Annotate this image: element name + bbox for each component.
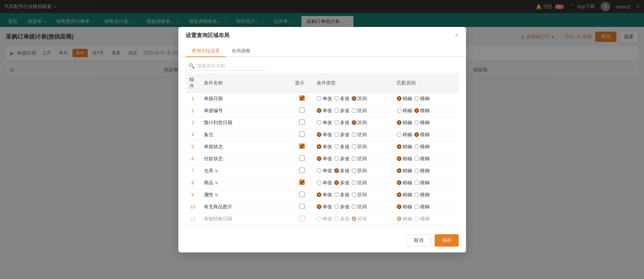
match-radio-item[interactable]: 模糊 <box>414 131 430 138</box>
match-radio[interactable] <box>397 108 402 113</box>
type-radio-item[interactable]: 区间 <box>352 95 367 102</box>
type-radio[interactable] <box>352 216 356 221</box>
type-radio[interactable] <box>334 204 339 209</box>
match-radio[interactable] <box>414 108 419 113</box>
type-radio-item[interactable]: 单值 <box>317 131 332 138</box>
type-radio-item[interactable]: 多值 <box>334 180 349 186</box>
type-radio[interactable] <box>352 180 356 185</box>
type-radio-item[interactable]: 多值 <box>334 204 349 210</box>
match-radio-item[interactable]: 精确 <box>397 204 412 210</box>
type-radio[interactable] <box>352 144 356 149</box>
type-radio[interactable] <box>334 180 339 185</box>
match-radio-item[interactable]: 模糊 <box>414 95 430 102</box>
type-radio-item[interactable]: 多值 <box>334 119 349 126</box>
type-radio-item[interactable]: 区间 <box>352 168 367 174</box>
match-radio-item[interactable]: 模糊 <box>414 192 430 198</box>
type-radio[interactable] <box>317 108 321 113</box>
type-radio-item[interactable]: 多值 <box>334 107 349 114</box>
match-radio[interactable] <box>397 132 402 137</box>
type-radio-item[interactable]: 单值 <box>317 144 332 150</box>
type-radio[interactable] <box>334 216 339 221</box>
type-radio[interactable] <box>352 120 356 125</box>
match-radio-item[interactable]: 精确 <box>397 216 412 222</box>
cancel-button[interactable]: 取消 <box>406 234 431 247</box>
match-radio[interactable] <box>414 156 419 161</box>
match-radio-item[interactable]: 精确 <box>397 95 412 102</box>
type-radio-item[interactable]: 区间 <box>352 192 367 198</box>
type-radio-item[interactable]: 区间 <box>352 131 367 138</box>
type-radio[interactable] <box>317 144 321 149</box>
type-radio-item[interactable]: 区间 <box>352 107 367 114</box>
match-radio-item[interactable]: 精确 <box>397 168 412 174</box>
match-radio-item[interactable]: 模糊 <box>414 168 430 174</box>
show-checkbox[interactable] <box>299 131 305 137</box>
type-radio-item[interactable]: 单值 <box>317 107 332 114</box>
type-radio-item[interactable]: 多值 <box>334 144 349 150</box>
type-radio-item[interactable]: 多值 <box>334 131 349 138</box>
show-checkbox[interactable] <box>299 119 305 125</box>
type-radio-item[interactable]: 区间 <box>352 156 367 162</box>
type-radio[interactable] <box>334 96 339 101</box>
match-radio-item[interactable]: 模糊 <box>414 156 430 162</box>
type-radio[interactable] <box>352 96 356 101</box>
match-radio[interactable] <box>397 168 402 173</box>
show-checkbox[interactable] <box>299 144 305 149</box>
type-radio[interactable] <box>352 108 356 113</box>
type-radio-item[interactable]: 区间 <box>352 180 367 186</box>
type-radio[interactable] <box>317 132 321 137</box>
match-radio[interactable] <box>414 96 419 101</box>
type-radio-item[interactable]: 单值 <box>317 204 332 210</box>
type-radio[interactable] <box>317 120 321 125</box>
match-radio[interactable] <box>397 216 402 221</box>
type-radio[interactable] <box>334 192 339 197</box>
type-radio-item[interactable]: 多值 <box>334 95 349 102</box>
type-radio-item[interactable]: 多值 <box>334 156 349 162</box>
modal-close-button[interactable]: × <box>455 32 459 39</box>
match-radio[interactable] <box>414 204 419 209</box>
type-radio-item[interactable]: 单值 <box>317 156 332 162</box>
match-radio-item[interactable]: 模糊 <box>414 107 430 114</box>
type-radio-item[interactable]: 多值 <box>334 192 349 198</box>
type-radio-item[interactable]: 单值 <box>317 216 332 222</box>
match-radio-item[interactable]: 模糊 <box>414 180 430 186</box>
type-radio-item[interactable]: 单值 <box>317 192 332 198</box>
match-radio[interactable] <box>414 192 419 197</box>
match-radio-item[interactable]: 精确 <box>397 119 412 126</box>
type-radio-item[interactable]: 区间 <box>352 144 367 150</box>
type-radio[interactable] <box>352 132 356 137</box>
type-radio[interactable] <box>334 132 339 137</box>
type-radio-item[interactable]: 区间 <box>352 119 367 126</box>
type-radio-item[interactable]: 区间 <box>352 204 367 210</box>
modal-tab-query-fields[interactable]: 查询字段设置 <box>186 46 226 57</box>
type-radio-item[interactable]: 多值 <box>334 216 349 222</box>
match-radio-item[interactable]: 精确 <box>397 192 412 198</box>
match-radio[interactable] <box>397 144 402 149</box>
match-radio-item[interactable]: 模糊 <box>414 119 430 126</box>
type-radio-item[interactable]: 单值 <box>317 119 332 126</box>
type-radio[interactable] <box>317 180 321 185</box>
match-radio-item[interactable]: 模糊 <box>414 216 430 222</box>
show-checkbox[interactable] <box>299 95 305 101</box>
type-radio[interactable] <box>334 156 339 161</box>
show-checkbox[interactable] <box>299 216 305 221</box>
match-radio[interactable] <box>414 132 419 137</box>
type-radio[interactable] <box>317 204 321 209</box>
type-radio[interactable] <box>352 204 356 209</box>
type-radio[interactable] <box>317 192 321 197</box>
type-radio-item[interactable]: 区间 <box>352 216 367 222</box>
save-button[interactable]: 保存 <box>435 234 459 247</box>
match-radio[interactable] <box>414 144 419 149</box>
type-radio-item[interactable]: 单值 <box>317 95 332 102</box>
type-radio-item[interactable]: 多值 <box>334 168 349 174</box>
type-radio[interactable] <box>334 120 339 125</box>
match-radio-item[interactable]: 精确 <box>397 156 412 162</box>
match-radio[interactable] <box>397 96 402 101</box>
type-radio[interactable] <box>334 168 339 173</box>
match-radio-item[interactable]: 模糊 <box>414 144 430 150</box>
match-radio[interactable] <box>414 216 419 221</box>
show-checkbox[interactable] <box>299 204 305 209</box>
type-radio-item[interactable]: 单值 <box>317 180 332 186</box>
show-checkbox[interactable] <box>299 107 305 113</box>
match-radio[interactable] <box>397 180 402 185</box>
type-radio-item[interactable]: 单值 <box>317 168 332 174</box>
